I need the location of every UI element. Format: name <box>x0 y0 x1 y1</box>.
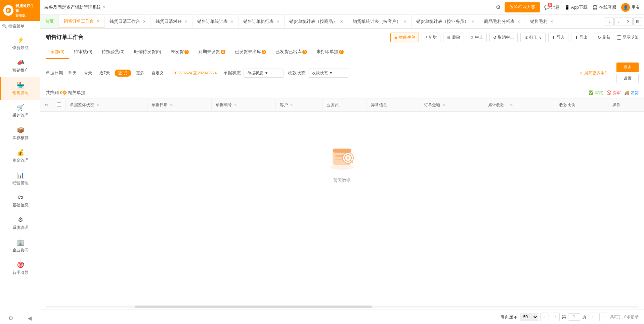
refresh-button[interactable]: ↻ 刷新 <box>594 33 614 42</box>
scrollbar-thumb[interactable] <box>135 306 372 308</box>
app-download-item[interactable]: 📱 App下载 <box>564 4 588 10</box>
message-item[interactable]: 💬 6 消息 <box>544 4 560 10</box>
sidebar-item-base[interactable]: 🗂 基础信息 <box>0 190 40 212</box>
sort-icon[interactable]: ⇅ <box>442 103 445 107</box>
batch-cancel-review-button[interactable]: 🚫 弃审 <box>606 90 621 96</box>
th-settings[interactable]: ⚙ <box>40 99 52 112</box>
sidebar-item-sales[interactable]: 🏪 销售管理 <box>0 77 40 100</box>
subtab-pending-review[interactable]: 待审核(0) <box>69 45 97 59</box>
tab-sale-stat-product[interactable]: 销货单统计表（按商品） ✕ <box>285 15 348 28</box>
show-detail-checkbox-label[interactable]: 显示明细 <box>617 35 639 40</box>
page-input[interactable] <box>568 313 580 321</box>
sort-icon[interactable]: ⇅ <box>96 103 99 107</box>
subtab-overdue-not-ship[interactable]: 到期未发货0 <box>194 45 230 59</box>
sidebar-item-system[interactable]: ⚙ 系统管理 <box>0 212 40 235</box>
tab-close-icon[interactable]: ✕ <box>550 19 553 24</box>
export-button[interactable]: ⬆ 导出 <box>571 33 591 42</box>
horizontal-scrollbar[interactable] <box>46 306 639 308</box>
tab-close-icon[interactable]: ✕ <box>230 19 233 24</box>
sidebar-item-enterprise[interactable]: 🏢 企业协同 <box>0 235 40 257</box>
date-tag-1month[interactable]: 近1月 <box>115 70 132 77</box>
subtab-pending-inspect[interactable]: 待拣验货(0) <box>97 45 129 59</box>
date-tag-7days[interactable]: 近7天 <box>97 69 113 77</box>
cancel-stop-button[interactable]: ↺ 取消中止 <box>489 33 518 42</box>
sidebar-item-inventory[interactable]: 📦 库存核算 <box>0 122 40 145</box>
date-range-text[interactable]: 2023-02-24 至 2023-03-24 <box>170 70 219 77</box>
print-button[interactable]: 🖨 打印 ∨ <box>520 33 546 42</box>
tab-product-margin[interactable]: 商品毛利分析表 ✕ <box>479 15 525 28</box>
page-size-select[interactable]: 10 20 50 100 <box>520 313 538 321</box>
tab-sales-exec[interactable]: 销售订单执行表 ✕ <box>239 15 285 28</box>
batch-review-button[interactable]: ✅ 审核 <box>589 90 603 96</box>
service-item[interactable]: 🎧 在线客服 <box>592 4 616 10</box>
tab-close-icon[interactable]: ✕ <box>184 19 187 24</box>
plan-button[interactable]: 体验行业方案 <box>505 2 540 12</box>
sidebar-collapse-btn[interactable]: ◀ <box>28 315 32 321</box>
stop-button[interactable]: ⊘ 中止 <box>467 33 487 42</box>
tab-sale-stat-customer[interactable]: 销货单统计表（按客户） ✕ <box>348 15 412 28</box>
th-amount: 订单金额 ⇅ <box>420 99 484 112</box>
sort-icon[interactable]: ⇅ <box>234 103 237 107</box>
sidebar-item-quick-nav[interactable]: ⚡ 快捷导航 <box>0 32 40 55</box>
system-dropdown-arrow[interactable]: ▾ <box>103 5 105 9</box>
tab-close-icon[interactable]: ✕ <box>403 19 406 24</box>
sidebar-item-purchase[interactable]: 🛒 采购管理 <box>0 100 40 122</box>
print-dropdown-icon[interactable]: ∨ <box>539 35 542 40</box>
date-tag-custom[interactable]: 自定义 <box>149 69 166 77</box>
tab-sales-workbench[interactable]: 销售订单工作台 ✕ <box>59 15 105 28</box>
sidebar-item-guide[interactable]: 🎯 新手引导 <box>0 257 40 280</box>
sidebar-search[interactable]: 🔍 搜索菜单 <box>0 21 40 32</box>
tab-sale-stat-staff[interactable]: 销货单统计表（按业务员） ✕ <box>412 15 479 28</box>
add-button[interactable]: + 新增 <box>422 33 440 42</box>
tab-cash-reconcile[interactable]: 钱货日清对账 ✕ <box>151 15 192 28</box>
pagination-prev-btn[interactable]: ‹ <box>551 313 560 321</box>
show-detail-checkbox[interactable] <box>617 35 621 40</box>
pagination-next-btn[interactable]: › <box>589 313 597 321</box>
tab-close-icon[interactable]: ✕ <box>276 19 280 24</box>
sort-icon[interactable]: ⇅ <box>170 103 173 107</box>
sidebar-item-marketing[interactable]: 📣 营销推广 <box>0 55 40 77</box>
subtab-not-printed[interactable]: 未打印单据0 <box>312 45 348 59</box>
tab-close-icon[interactable]: ✕ <box>97 19 100 24</box>
pagination-first-btn[interactable]: « <box>540 313 549 321</box>
batch-ship-button[interactable]: 🚚 发货 <box>624 90 639 96</box>
import-button[interactable]: ⬇ 导入 <box>548 33 568 42</box>
tab-close-icon[interactable]: ✕ <box>517 19 520 24</box>
expand-filter-button[interactable]: ∨ 展开更多条件 <box>580 70 608 76</box>
sidebar-settings-btn[interactable]: ⚙ <box>8 315 13 321</box>
query-button[interactable]: 查询 <box>616 63 639 72</box>
tab-sales-stat[interactable]: 销售订单统计表 ✕ <box>192 15 239 28</box>
sort-icon[interactable]: ⇅ <box>510 103 513 107</box>
pagination-last-btn[interactable]: » <box>599 313 608 321</box>
date-tag-more[interactable]: 更多 <box>133 69 147 77</box>
sort-icon[interactable]: ⇅ <box>290 103 293 107</box>
tab-sales-gross[interactable]: 销售毛利 ✕ <box>525 15 558 28</box>
tab-close-all-btn[interactable]: ✕ <box>624 17 633 26</box>
tab-next-btn[interactable]: › <box>614 17 623 26</box>
sidebar-item-finance[interactable]: 💰 资金管理 <box>0 145 40 167</box>
delete-button[interactable]: 🗑 删除 <box>443 33 464 42</box>
tab-close-icon[interactable]: ✕ <box>143 19 146 24</box>
subtab-shipped-not-out[interactable]: 已发货未出库0 <box>230 45 271 59</box>
tab-close-icon[interactable]: ✕ <box>340 19 343 24</box>
tab-menu-btn[interactable]: ⊟ <box>633 17 642 26</box>
payment-filter-select[interactable]: 收款状态 ▾ <box>308 69 348 78</box>
status-filter-select[interactable]: 单据状态 ▾ <box>244 69 284 78</box>
date-tag-yesterday[interactable]: 昨天 <box>66 69 79 77</box>
smart-order-button[interactable]: ★ 智能生单 <box>390 33 419 42</box>
sidebar-item-operation[interactable]: 📊 经营管理 <box>0 167 40 190</box>
select-all-checkbox[interactable] <box>57 103 61 107</box>
th-checkbox[interactable] <box>52 99 66 112</box>
user-item[interactable]: 👤 用友 <box>621 3 640 12</box>
subtab-shipped-out[interactable]: 已发货已出库0 <box>271 45 312 59</box>
filter-settings-button[interactable]: 设置 <box>616 74 639 83</box>
tab-cash-daily[interactable]: 钱货日清工作台 ✕ <box>105 15 151 28</box>
subtab-all[interactable]: 全部(0) <box>46 45 69 59</box>
subtab-wangpu-ship[interactable]: 旺铺待发货(0) <box>129 45 166 59</box>
tab-close-icon[interactable]: ✕ <box>471 19 474 24</box>
subtab-not-shipped[interactable]: 未发货0 <box>166 45 194 59</box>
tab-home[interactable]: 首页 <box>40 15 59 28</box>
tab-prev-btn[interactable]: ‹ <box>605 17 614 26</box>
date-tag-today[interactable]: 今天 <box>81 69 95 77</box>
topbar-settings-icon[interactable]: ⚙ <box>496 4 501 10</box>
